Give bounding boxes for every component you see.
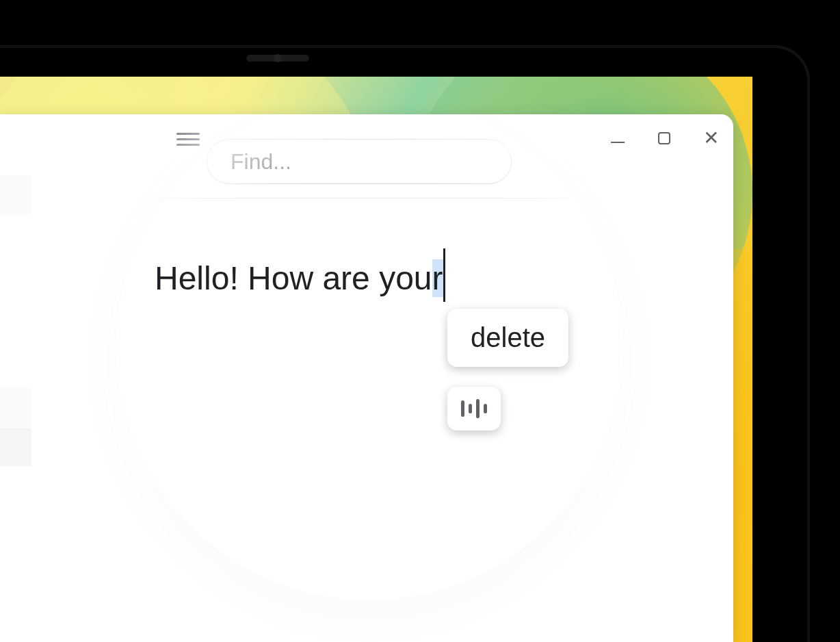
window-controls: ✕	[607, 128, 721, 149]
desktop-wallpaper: ✕ Hello! How are your delete	[0, 77, 752, 642]
suggestion-label: delete	[471, 322, 545, 352]
minimize-button[interactable]	[607, 128, 628, 149]
search-field[interactable]	[207, 139, 512, 184]
editor-text: Hello! How are you	[155, 259, 432, 297]
sidebar-item[interactable]	[0, 428, 31, 466]
voice-waveform-icon	[461, 399, 487, 418]
voice-input-button[interactable]	[447, 387, 501, 431]
maximize-button[interactable]	[654, 128, 674, 149]
camera-dot	[274, 54, 282, 62]
sidebar-item[interactable]	[0, 176, 31, 214]
app-window: ✕ Hello! How are your delete	[0, 114, 733, 642]
sidebar-item[interactable]	[0, 388, 31, 426]
minimize-icon	[611, 142, 625, 143]
menu-icon[interactable]	[176, 129, 200, 149]
text-editor-content[interactable]: Hello! How are your	[155, 251, 445, 305]
text-caret	[443, 248, 445, 302]
close-button[interactable]: ✕	[700, 128, 721, 149]
maximize-icon	[658, 132, 670, 144]
editor-selection: r	[432, 259, 443, 297]
suggestion-delete[interactable]: delete	[447, 309, 568, 367]
header-divider	[160, 198, 569, 198]
search-input[interactable]	[231, 149, 488, 175]
sidebar	[0, 114, 31, 642]
close-icon: ✕	[703, 129, 719, 148]
